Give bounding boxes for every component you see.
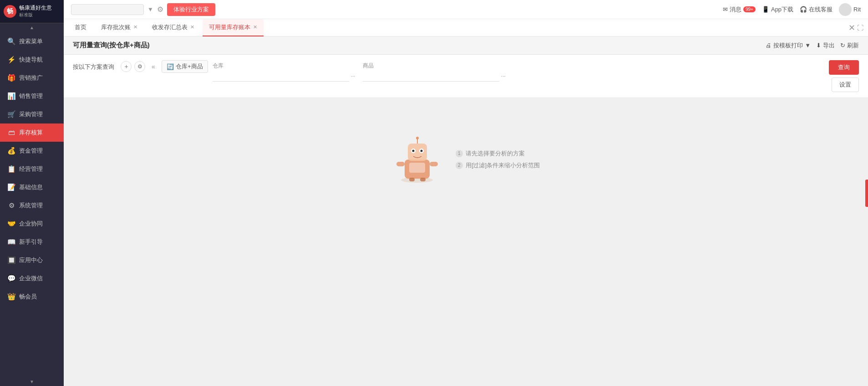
svg-rect-12 — [420, 178, 426, 181]
tab-available-ledger-close[interactable]: ✕ — [253, 24, 257, 30]
svg-rect-2 — [408, 144, 427, 161]
svg-point-6 — [420, 150, 422, 152]
add-scheme-button[interactable]: ＋ — [121, 61, 132, 72]
phone-icon: 📱 — [762, 6, 769, 13]
tab-home[interactable]: 首页 — [68, 19, 93, 36]
tip-item-1: 1 请先选择要分析的方案 — [456, 148, 540, 160]
tab-home-label: 首页 — [75, 23, 86, 31]
tabs-bar: 首页 库存批次账 ✕ 收发存汇总表 ✕ 可用量库存账本 ✕ ✕ ⛶ — [64, 19, 868, 36]
system-nav-icon: ⚙ — [7, 201, 15, 210]
sidebar-scroll-down[interactable]: ▼ — [0, 377, 64, 386]
sidebar-item-guide[interactable]: 📖 新手引导 — [0, 233, 64, 251]
print-icon: 🖨 — [766, 42, 772, 49]
empty-illustration — [392, 134, 442, 185]
tip-text-2: 用[过滤]条件来缩小分析范围 — [466, 160, 540, 171]
robot-svg — [392, 134, 442, 185]
headset-icon: 🎧 — [800, 6, 807, 13]
empty-state: 1 请先选择要分析的方案 2 用[过滤]条件来缩小分析范围 — [64, 98, 868, 221]
page-title: 可用量查询(按仓库+商品) — [73, 41, 150, 50]
print-label: 按模板打印 — [773, 41, 803, 50]
sidebar-item-operation[interactable]: 📋 经营管理 — [0, 160, 64, 178]
export-action[interactable]: ⬇ 导出 — [816, 41, 835, 50]
filter-field-product: 商品 ··· — [363, 62, 506, 82]
app-download-item[interactable]: 📱 App下载 — [762, 5, 793, 14]
content-area: 可用量查询(按仓库+商品) 🖨 按模板打印 ▼ ⬇ 导出 ↻ 刷新 按以下方案 — [64, 36, 868, 386]
shortcut-nav-icon: ⚡ — [7, 56, 15, 64]
refresh-icon: ↻ — [840, 42, 845, 49]
tip-num-2: 2 — [456, 162, 463, 169]
refresh-action[interactable]: ↻ 刷新 — [840, 41, 859, 50]
vip-nav-icon: 👑 — [7, 293, 15, 301]
collapse-filter-button[interactable]: « — [148, 61, 159, 72]
industry-solution-button[interactable]: 体验行业方案 — [167, 3, 215, 16]
print-action[interactable]: 🖨 按模板打印 ▼ — [766, 41, 811, 50]
logo-icon: 畅 — [4, 5, 16, 18]
warehouse-more-icon[interactable]: ··· — [351, 73, 355, 79]
enterprise-nav-icon: 🤝 — [7, 220, 15, 228]
filter-scheme-group: ＋ ⚙ « 🔄 仓库+商品 — [121, 60, 208, 73]
tab-batch-account-label: 库存批次账 — [101, 23, 131, 31]
operation-nav-icon: 📋 — [7, 165, 15, 173]
settings-scheme-button[interactable]: ⚙ — [134, 61, 145, 72]
sidebar-item-marketing[interactable]: 🎁 营销推广 — [0, 69, 64, 87]
sidebar-item-wechat[interactable]: 💬 企业微信 — [0, 269, 64, 288]
message-label: 消息 — [730, 5, 741, 14]
print-dropdown-icon[interactable]: ▼ — [805, 42, 811, 49]
sidebar-item-purchase[interactable]: 🛒 采购管理 — [0, 105, 64, 124]
tab-receipts-summary[interactable]: 收发存汇总表 ✕ — [146, 19, 201, 36]
inventory-nav-icon: 🗃 — [7, 129, 15, 136]
scheme-item-warehouse-product[interactable]: 🔄 仓库+商品 — [162, 60, 208, 73]
user-avatar — [839, 3, 852, 16]
svg-rect-13 — [409, 163, 425, 173]
warehouse-input[interactable] — [213, 71, 349, 82]
filter-fields: 仓库 ··· 商品 ··· — [213, 60, 824, 82]
message-badge: 99+ — [743, 6, 756, 12]
topbar-search-input[interactable] — [71, 4, 144, 15]
tip-item-2: 2 用[过滤]条件来缩小分析范围 — [456, 160, 540, 171]
online-service-label: 在线客服 — [809, 5, 832, 14]
tab-receipts-summary-close[interactable]: ✕ — [190, 24, 194, 30]
right-scroll-hint — [865, 180, 868, 207]
main-area: ▼ ⚙ 体验行业方案 ✉ 消息 99+ 📱 App下载 🎧 在线客服 Rit — [64, 0, 868, 386]
sidebar-item-search[interactable]: 🔍 搜索菜单 — [0, 32, 64, 51]
svg-point-5 — [412, 150, 414, 152]
topbar-right: ✉ 消息 99+ 📱 App下载 🎧 在线客服 Rit — [723, 3, 861, 16]
sidebar-item-sales[interactable]: 📊 销售管理 — [0, 87, 64, 105]
edition-label: 标准版 — [19, 12, 52, 18]
sidebar-item-basic[interactable]: 📝 基础信息 — [0, 178, 64, 196]
tab-batch-account[interactable]: 库存批次账 ✕ — [95, 19, 144, 36]
sidebar-item-shortcut[interactable]: ⚡ 快捷导航 — [0, 51, 64, 69]
topbar-settings-icon[interactable]: ⚙ — [157, 5, 163, 14]
appstore-nav-icon: 🔲 — [7, 256, 15, 264]
sidebar-item-finance[interactable]: 💰 资金管理 — [0, 142, 64, 160]
query-button[interactable]: 查询 — [829, 60, 859, 75]
marketing-nav-icon: 🎁 — [7, 74, 15, 82]
sidebar-item-system[interactable]: ⚙ 系统管理 — [0, 196, 64, 215]
message-item[interactable]: ✉ 消息 99+ — [723, 5, 756, 14]
sidebar-nav: 🔍 搜索菜单 ⚡ 快捷导航 🎁 营销推广 📊 销售管理 🛒 采购管理 🗃 库存核… — [0, 32, 64, 377]
topbar-dropdown-icon[interactable]: ▼ — [147, 6, 153, 13]
product-more-icon[interactable]: ··· — [501, 73, 506, 79]
user-item[interactable]: Rit — [839, 3, 861, 16]
guide-nav-icon: 📖 — [7, 238, 15, 246]
sidebar-item-vip[interactable]: 👑 畅会员 — [0, 288, 64, 306]
scheme-icon: 🔄 — [167, 63, 174, 70]
sidebar-scroll-up[interactable]: ▲ — [0, 23, 64, 32]
export-label: 导出 — [823, 41, 835, 50]
sidebar-item-appstore[interactable]: 🔲 应用中心 — [0, 251, 64, 269]
column-settings-button[interactable]: 设置 — [832, 77, 859, 92]
export-icon: ⬇ — [816, 42, 821, 49]
tab-available-ledger[interactable]: 可用量库存账本 ✕ — [203, 19, 264, 36]
tab-batch-account-close[interactable]: ✕ — [133, 24, 137, 30]
sidebar-item-inventory[interactable]: 🗃 库存核算 — [0, 124, 64, 142]
empty-state-inner: 1 请先选择要分析的方案 2 用[过滤]条件来缩小分析范围 — [392, 134, 540, 185]
tabs-close-all-button[interactable]: ✕ — [848, 23, 855, 33]
sidebar-item-enterprise[interactable]: 🤝 企业协同 — [0, 215, 64, 233]
tip-text-1: 请先选择要分析的方案 — [466, 148, 525, 160]
product-input[interactable] — [363, 71, 499, 82]
sidebar: 畅 畅康通好生意 标准版 ▲ 🔍 搜索菜单 ⚡ 快捷导航 🎁 营销推广 📊 销售… — [0, 0, 64, 386]
scheme-name: 仓库+商品 — [176, 62, 203, 71]
tabs-expand-button[interactable]: ⛶ — [857, 24, 863, 31]
svg-rect-11 — [409, 178, 415, 181]
online-service-item[interactable]: 🎧 在线客服 — [800, 5, 832, 14]
